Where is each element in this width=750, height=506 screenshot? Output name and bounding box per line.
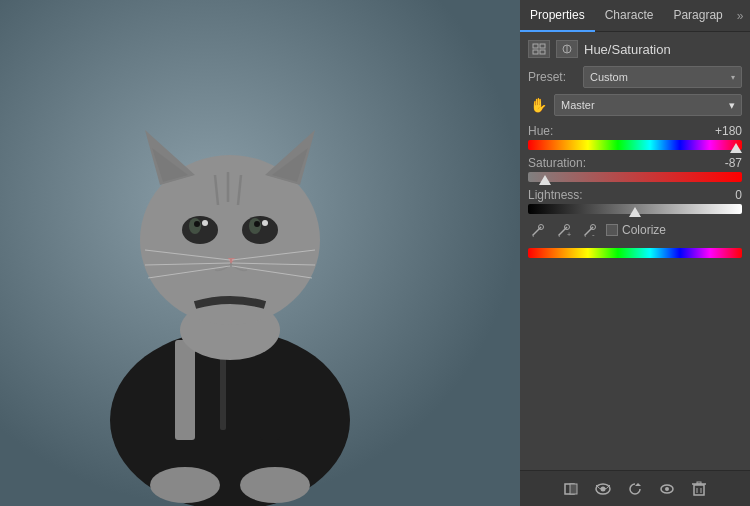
- channel-arrow-icon: ▾: [729, 99, 735, 112]
- hue-section: Hue: +180: [528, 124, 742, 150]
- svg-line-38: [533, 227, 541, 235]
- svg-rect-4: [260, 340, 280, 440]
- hue-slider[interactable]: [528, 140, 742, 150]
- svg-point-31: [240, 467, 310, 503]
- hue-value: +180: [707, 124, 742, 138]
- tab-paragraph[interactable]: Paragrap: [663, 0, 732, 32]
- saturation-slider[interactable]: [528, 172, 742, 182]
- lightness-label: Lightness:: [528, 188, 583, 202]
- preset-label: Preset:: [528, 70, 583, 84]
- panel-body: Hue/Saturation Preset: Custom ▾ ✋ Master…: [520, 32, 750, 470]
- preset-row: Preset: Custom ▾: [528, 66, 742, 88]
- properties-panel: Properties Characte Paragrap » ≡: [520, 0, 750, 506]
- colorize-checkbox-label[interactable]: Colorize: [606, 223, 666, 237]
- lightness-thumb[interactable]: [629, 207, 641, 217]
- svg-rect-33: [540, 44, 545, 48]
- channel-value: Master: [561, 99, 595, 111]
- lightness-section: Lightness: 0: [528, 188, 742, 214]
- saturation-section: Saturation: -87: [528, 156, 742, 182]
- hue-label: Hue:: [528, 124, 553, 138]
- lightness-slider[interactable]: [528, 204, 742, 214]
- adjustment-grid-icon[interactable]: [528, 40, 550, 58]
- svg-point-30: [150, 467, 220, 503]
- preset-value: Custom: [590, 71, 628, 83]
- svg-rect-58: [697, 482, 701, 484]
- svg-rect-35: [540, 50, 545, 54]
- bottom-toolbar: [520, 470, 750, 506]
- svg-rect-3: [175, 340, 195, 440]
- eyedropper-3-button[interactable]: -: [580, 220, 600, 240]
- color-strip-bar: [528, 248, 742, 258]
- svg-text:-: -: [592, 230, 595, 237]
- svg-rect-34: [533, 50, 538, 54]
- hand-icon: ✋: [530, 97, 547, 113]
- tab-character[interactable]: Characte: [595, 0, 664, 32]
- channel-dropdown[interactable]: Master ▾: [554, 94, 742, 116]
- svg-point-22: [262, 220, 268, 226]
- svg-point-19: [194, 221, 200, 227]
- delete-button[interactable]: [688, 478, 710, 500]
- svg-point-21: [202, 220, 208, 226]
- channel-hand-icon[interactable]: ✋: [528, 95, 548, 115]
- mask-button[interactable]: [560, 478, 582, 500]
- more-panels-icon[interactable]: »: [733, 1, 748, 31]
- tab-properties[interactable]: Properties: [520, 0, 595, 32]
- eyedropper-2-button[interactable]: +: [554, 220, 574, 240]
- eyedropper-1-button[interactable]: [528, 220, 548, 240]
- svg-point-55: [665, 487, 669, 491]
- svg-text:+: +: [567, 231, 571, 237]
- saturation-value: -87: [707, 156, 742, 170]
- preset-arrow-icon: ▾: [731, 73, 735, 82]
- svg-marker-53: [635, 483, 641, 486]
- svg-rect-32: [533, 44, 538, 48]
- saturation-thumb[interactable]: [539, 175, 551, 185]
- channel-row: ✋ Master ▾: [528, 94, 742, 116]
- adjustment-icon-row: Hue/Saturation: [528, 40, 742, 58]
- image-canvas: [0, 0, 520, 506]
- saturation-label: Saturation:: [528, 156, 586, 170]
- lightness-value: 0: [707, 188, 742, 202]
- svg-line-41: [559, 227, 567, 235]
- svg-point-20: [254, 221, 260, 227]
- reset-button[interactable]: [624, 478, 646, 500]
- hue-thumb[interactable]: [730, 143, 742, 153]
- hue-header: Hue: +180: [528, 124, 742, 138]
- visibility-button[interactable]: [592, 478, 614, 500]
- lightness-header: Lightness: 0: [528, 188, 742, 202]
- colorize-checkbox[interactable]: [606, 224, 618, 236]
- colorize-row: + - Colorize: [528, 220, 742, 240]
- panel-header: Properties Characte Paragrap » ≡: [520, 0, 750, 32]
- eye-button[interactable]: [656, 478, 678, 500]
- adjustment-title: Hue/Saturation: [584, 42, 671, 57]
- preset-dropdown[interactable]: Custom ▾: [583, 66, 742, 88]
- svg-rect-56: [694, 485, 704, 495]
- colorize-label-text: Colorize: [622, 223, 666, 237]
- svg-rect-50: [570, 484, 577, 494]
- adjustment-circle-icon[interactable]: [556, 40, 578, 58]
- saturation-header: Saturation: -87: [528, 156, 742, 170]
